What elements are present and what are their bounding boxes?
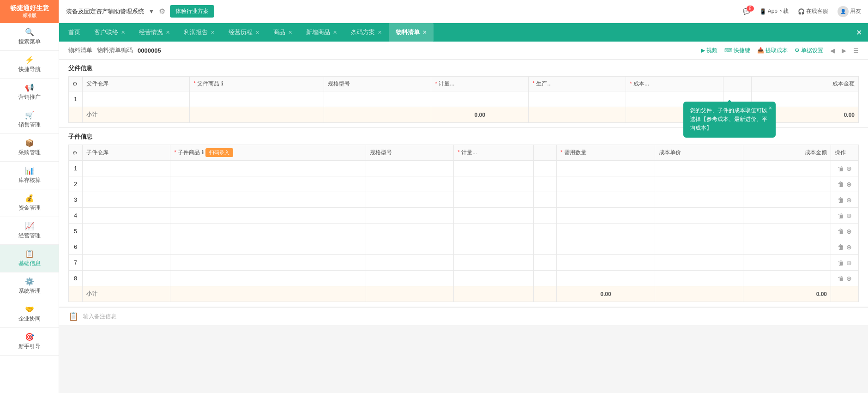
- child-cell-warehouse[interactable]: [83, 239, 170, 255]
- delete-icon[interactable]: 🗑: [838, 196, 844, 204]
- tab-close-6[interactable]: ✕: [333, 30, 337, 36]
- child-cell-spec[interactable]: [366, 271, 453, 286]
- child-cell-unit-cost[interactable]: [655, 271, 743, 286]
- copy-icon[interactable]: ⊕: [846, 259, 852, 266]
- child-cell-qty[interactable]: [556, 239, 655, 255]
- child-cell-unit[interactable]: [454, 176, 534, 192]
- sidebar-item-inventory[interactable]: 📊库存核算: [0, 162, 59, 189]
- grid-view-icon[interactable]: ☰: [853, 47, 859, 54]
- child-cell-unit-cost[interactable]: [655, 224, 743, 239]
- child-cell-warehouse[interactable]: [83, 271, 170, 286]
- single-settings-btn[interactable]: ⚙ 单据设置: [795, 47, 823, 54]
- shortcut-btn[interactable]: ⌨ 快捷键: [724, 47, 750, 54]
- nav-tab-1[interactable]: 客户联络✕: [87, 23, 132, 42]
- copy-icon[interactable]: ⊕: [846, 165, 852, 172]
- sidebar-item-operation[interactable]: 📈经营管理: [0, 217, 59, 245]
- parent-cell-warehouse[interactable]: [83, 91, 190, 107]
- child-cell-unit-cost[interactable]: [655, 176, 743, 192]
- child-cell-unit[interactable]: [454, 224, 534, 239]
- child-cell-unit[interactable]: [454, 208, 534, 224]
- nav-left-icon[interactable]: ◀: [830, 47, 835, 54]
- copy-icon[interactable]: ⊕: [846, 275, 852, 282]
- copy-icon[interactable]: ⊕: [846, 228, 852, 235]
- child-cell-warehouse[interactable]: [83, 255, 170, 271]
- sidebar-item-search[interactable]: 🔍搜索菜单: [0, 23, 59, 51]
- online-support-btn[interactable]: 🎧 在线客服: [798, 7, 828, 15]
- delete-icon[interactable]: 🗑: [838, 165, 844, 172]
- nav-tab-2[interactable]: 经营情况✕: [132, 23, 177, 42]
- tab-close-3[interactable]: ✕: [211, 30, 215, 36]
- child-cell-qty[interactable]: [556, 271, 655, 286]
- child-cell-unit[interactable]: [454, 192, 534, 208]
- tab-close-1[interactable]: ✕: [121, 30, 125, 36]
- sidebar-item-quick-nav[interactable]: ⚡快捷导航: [0, 51, 59, 79]
- child-cell-unit[interactable]: [454, 161, 534, 176]
- delete-icon[interactable]: 🗑: [838, 181, 844, 188]
- child-cell-product[interactable]: [170, 224, 366, 239]
- child-cell-product[interactable]: [170, 161, 366, 176]
- nav-close-all[interactable]: ✕: [852, 28, 866, 37]
- parent-cell-product[interactable]: [190, 91, 324, 107]
- child-cell-unit[interactable]: [454, 255, 534, 271]
- child-cell-unit[interactable]: [454, 239, 534, 255]
- parent-cell-spec[interactable]: [324, 91, 431, 107]
- child-cell-unit-cost[interactable]: [655, 255, 743, 271]
- child-cell-spec[interactable]: [366, 239, 453, 255]
- child-cell-spec[interactable]: [366, 224, 453, 239]
- trial-button[interactable]: 体验行业方案: [170, 5, 214, 18]
- child-th-settings[interactable]: ⚙: [69, 145, 83, 161]
- child-cell-product[interactable]: [170, 255, 366, 271]
- nav-tab-3[interactable]: 利润报告✕: [177, 23, 222, 42]
- child-cell-spec[interactable]: [366, 192, 453, 208]
- delete-icon[interactable]: 🗑: [838, 212, 844, 219]
- child-cell-product[interactable]: [170, 239, 366, 255]
- parent-cell-produce[interactable]: [529, 91, 626, 107]
- nav-tab-5[interactable]: 商品✕: [266, 23, 299, 42]
- sidebar-item-collab[interactable]: 🤝企业协同: [0, 300, 59, 328]
- child-cell-product[interactable]: [170, 208, 366, 224]
- parent-cell-unit[interactable]: [431, 91, 529, 107]
- sidebar-item-basic[interactable]: 📋基础信息: [0, 245, 59, 272]
- child-cell-warehouse[interactable]: [83, 208, 170, 224]
- extract-cost-btn[interactable]: 📥 提取成本: [757, 47, 788, 54]
- tab-close-8[interactable]: ✕: [422, 30, 427, 36]
- tooltip-close-btn[interactable]: ×: [769, 104, 772, 113]
- copy-icon[interactable]: ⊕: [846, 212, 852, 219]
- nav-tab-4[interactable]: 经营历程✕: [222, 23, 266, 42]
- app-download-btn[interactable]: 📱 App下载: [760, 7, 789, 15]
- nav-tab-8[interactable]: 物料清单✕: [389, 23, 434, 42]
- child-cell-spec[interactable]: [366, 161, 453, 176]
- child-cell-unit[interactable]: [454, 271, 534, 286]
- note-icon[interactable]: 📋: [68, 311, 78, 321]
- user-menu[interactable]: 👤 用友: [838, 6, 861, 17]
- copy-icon[interactable]: ⊕: [846, 181, 852, 188]
- nav-tab-0[interactable]: 首页: [61, 23, 87, 42]
- scan-btn[interactable]: 扫码录入: [205, 148, 233, 157]
- copy-icon[interactable]: ⊕: [846, 243, 852, 251]
- sidebar-item-purchase[interactable]: 📦采购管理: [0, 134, 59, 162]
- child-cell-qty[interactable]: [556, 161, 655, 176]
- parent-th-settings[interactable]: ⚙: [69, 77, 83, 91]
- nav-tab-7[interactable]: 条码方案✕: [344, 23, 389, 42]
- delete-icon[interactable]: 🗑: [838, 259, 844, 266]
- child-cell-product[interactable]: [170, 271, 366, 286]
- child-cell-unit-cost[interactable]: [655, 161, 743, 176]
- tab-close-2[interactable]: ✕: [166, 30, 170, 36]
- child-cell-unit-cost[interactable]: [655, 192, 743, 208]
- nav-tab-6[interactable]: 新增商品✕: [299, 23, 344, 42]
- child-cell-warehouse[interactable]: [83, 161, 170, 176]
- child-cell-warehouse[interactable]: [83, 224, 170, 239]
- child-cell-spec[interactable]: [366, 208, 453, 224]
- child-cell-qty[interactable]: [556, 224, 655, 239]
- copy-icon[interactable]: ⊕: [846, 196, 852, 204]
- delete-icon[interactable]: 🗑: [838, 243, 844, 251]
- tab-close-7[interactable]: ✕: [378, 30, 382, 36]
- tab-close-4[interactable]: ✕: [255, 30, 259, 36]
- sidebar-item-sales[interactable]: 🛒销售管理: [0, 106, 59, 134]
- child-cell-qty[interactable]: [556, 208, 655, 224]
- view-btn[interactable]: ▶ 视频: [701, 47, 717, 54]
- settings-icon[interactable]: ⚙: [159, 7, 165, 16]
- sidebar-item-marketing[interactable]: 📢营销推广: [0, 79, 59, 106]
- delete-icon[interactable]: 🗑: [838, 275, 844, 282]
- child-cell-product[interactable]: [170, 192, 366, 208]
